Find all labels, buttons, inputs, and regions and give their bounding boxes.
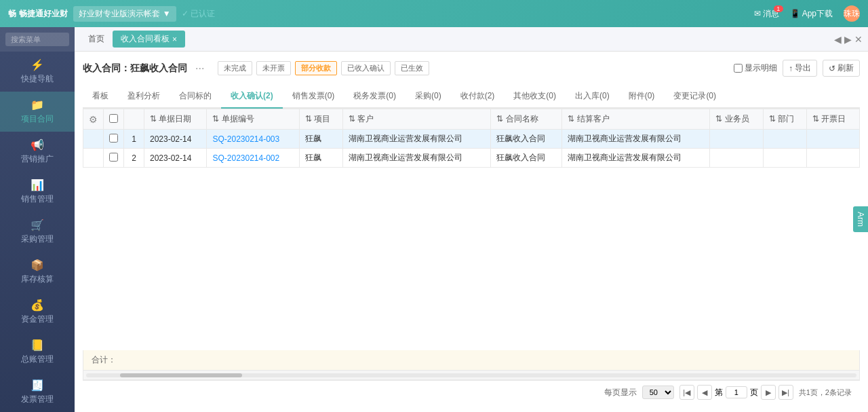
sidebar-item-inventory[interactable]: 📦 库存核算 — [0, 252, 75, 292]
tab-prev-icon[interactable]: ◀ — [834, 34, 842, 45]
tab-next-icon[interactable]: ▶ — [844, 34, 852, 45]
sub-tab-sales-invoice[interactable]: 销售发票(0) — [283, 85, 344, 107]
project-col-header[interactable]: ⇅ 项目 — [299, 109, 342, 130]
settlement-customer-cell: 湖南卫视商业运营发展有限公司 — [562, 149, 710, 168]
status-incomplete[interactable]: 未完成 — [218, 61, 252, 75]
prev-page-button[interactable]: ◀ — [697, 385, 712, 400]
contract-name-col-header[interactable]: ⇅ 合同名称 — [491, 109, 562, 130]
avatar[interactable]: 珠珠 — [844, 5, 860, 22]
sidebar-item-ledger[interactable]: 📒 总账管理 — [0, 332, 75, 372]
department-cell — [763, 149, 806, 168]
sub-tab-warehouse[interactable]: 出入库(0) — [566, 85, 619, 107]
sub-tab-dashboard[interactable]: 看板 — [83, 85, 118, 107]
sub-tab-purchase[interactable]: 采购(0) — [406, 85, 451, 107]
invoice-date-col-header[interactable]: ⇅ 开票日 — [806, 109, 859, 130]
first-page-button[interactable]: |◀ — [679, 385, 694, 400]
sidebar-item-label: 总账管理 — [21, 354, 54, 365]
row-checkbox[interactable] — [109, 134, 118, 143]
record-link[interactable]: SQ-20230214-002 — [212, 153, 279, 163]
date-col-header[interactable]: ⇅ 单据日期 — [144, 109, 207, 130]
number-cell[interactable]: SQ-20230214-003 — [207, 130, 300, 149]
close-icon[interactable]: × — [172, 35, 177, 44]
sub-tab-attachment[interactable]: 附件(0) — [619, 85, 665, 107]
summary-bar: 合计： — [83, 350, 860, 371]
contract-name-cell: 狂飙收入合同 — [491, 149, 562, 168]
date-cell: 2023-02-14 — [144, 130, 207, 149]
select-all-checkbox[interactable] — [109, 114, 118, 123]
sidebar-item-quick-nav[interactable]: ⚡ 快捷导航 — [0, 52, 75, 92]
data-table: ⚙ ⇅ 单据日期 ⇅ 单据编 — [83, 109, 860, 168]
ledger-icon: 📒 — [31, 339, 44, 352]
scroll-track[interactable] — [86, 373, 856, 377]
sidebar-item-invoice[interactable]: 🧾 发票管理 — [0, 372, 75, 412]
number-cell[interactable]: SQ-20230214-002 — [207, 149, 300, 168]
per-page-label: 每页显示 — [604, 387, 637, 398]
page-label: 第 — [715, 387, 723, 398]
status-partial[interactable]: 部分收款 — [295, 61, 337, 75]
scroll-thumb[interactable] — [120, 373, 242, 377]
page-number-input[interactable] — [726, 386, 747, 398]
scroll-area[interactable] — [83, 371, 860, 380]
sort-icon: ⇅ — [150, 114, 157, 124]
search-input[interactable] — [5, 33, 69, 46]
status-confirmed[interactable]: 已收入确认 — [341, 61, 391, 75]
sidebar-item-label: 项目合同 — [21, 113, 54, 125]
sidebar: ⚡ 快捷导航 📁 项目合同 📢 营销推广 📊 销售管理 🛒 采购管理 📦 库存核… — [0, 27, 75, 412]
sidebar-item-funds[interactable]: 💰 资金管理 — [0, 292, 75, 332]
sub-tab-payment[interactable]: 收付款(2) — [451, 85, 505, 107]
sidebar-item-label: 库存核算 — [21, 274, 54, 285]
sidebar-item-purchase[interactable]: 🛒 采购管理 — [0, 212, 75, 252]
sort-icon: ⇅ — [212, 114, 219, 124]
sort-icon: ⇅ — [715, 114, 722, 124]
tab-contract-board[interactable]: 收入合同看板 × — [113, 31, 185, 48]
more-options-button[interactable]: ··· — [195, 62, 204, 75]
table-row[interactable]: 1 2023-02-14 SQ-20230214-003 狂飙 湖南卫视商业运营… — [83, 130, 860, 149]
sort-icon: ⇅ — [349, 114, 355, 124]
customer-cell: 湖南卫视商业运营发展有限公司 — [343, 149, 491, 168]
record-link[interactable]: SQ-20230214-003 — [212, 134, 279, 144]
status-no-invoice[interactable]: 未开票 — [256, 61, 291, 75]
refresh-button[interactable]: ↺ 刷新 — [823, 60, 860, 77]
salesperson-cell — [710, 149, 763, 168]
sub-tab-changes[interactable]: 变更记录(0) — [664, 85, 726, 107]
sidebar-item-project-contract[interactable]: 📁 项目合同 — [0, 92, 75, 132]
table-container: ⚙ ⇅ 单据日期 ⇅ 单据编 — [83, 109, 860, 350]
table-row[interactable]: 2 2023-02-14 SQ-20230214-002 狂飙 湖南卫视商业运营… — [83, 149, 860, 168]
per-page-select[interactable]: 50 — [642, 386, 674, 399]
sub-tab-income-confirm[interactable]: 收入确认(2) — [221, 85, 283, 109]
row-checkbox-cell[interactable] — [104, 149, 124, 168]
sidebar-item-marketing[interactable]: 📢 营销推广 — [0, 132, 75, 172]
tab-close-all-icon[interactable]: ✕ — [854, 34, 863, 45]
department-col-header[interactable]: ⇅ 部门 — [763, 109, 806, 130]
purchase-icon: 🛒 — [31, 219, 44, 231]
company-selector[interactable]: 好业财专业版演示帐套 ▼ — [73, 6, 176, 22]
last-page-button[interactable]: ▶| — [778, 385, 793, 400]
arm-float-button[interactable]: Arm — [853, 206, 868, 232]
show-detail-input[interactable] — [734, 64, 743, 73]
app-download-button[interactable]: 📱 App下载 — [790, 8, 833, 20]
header-left: 畅 畅捷通好业财 好业财专业版演示帐套 ▼ ✓ 已认证 — [8, 6, 215, 22]
sub-tab-subject[interactable]: 合同标的 — [170, 85, 221, 107]
sort-icon: ⇅ — [305, 114, 312, 124]
customer-col-header[interactable]: ⇅ 客户 — [343, 109, 491, 130]
row-checkbox[interactable] — [109, 153, 118, 162]
sub-tab-tax-invoice[interactable]: 税务发票(0) — [344, 85, 406, 107]
funds-icon: 💰 — [31, 299, 44, 312]
sidebar-item-label: 采购管理 — [21, 233, 54, 245]
next-page-button[interactable]: ▶ — [761, 385, 776, 400]
status-effective[interactable]: 已生效 — [395, 61, 429, 75]
show-detail-checkbox[interactable]: 显示明细 — [734, 62, 777, 74]
message-button[interactable]: ✉ 消息 1 — [754, 8, 779, 20]
tab-home[interactable]: 首页 — [80, 27, 113, 51]
gear-icon[interactable]: ⚙ — [89, 114, 98, 125]
number-col-header[interactable]: ⇅ 单据编号 — [207, 109, 300, 130]
top-header: 畅 畅捷通好业财 好业财专业版演示帐套 ▼ ✓ 已认证 ✉ 消息 1 📱 App… — [0, 0, 868, 27]
sidebar-item-sales[interactable]: 📊 销售管理 — [0, 172, 75, 212]
sub-tab-profit[interactable]: 盈利分析 — [118, 85, 170, 107]
row-checkbox-cell[interactable] — [104, 130, 124, 149]
logo-icon: 畅 — [8, 9, 16, 18]
salesperson-col-header[interactable]: ⇅ 业务员 — [710, 109, 763, 130]
sub-tab-other[interactable]: 其他收支(0) — [504, 85, 566, 107]
settlement-customer-col-header[interactable]: ⇅ 结算客户 — [562, 109, 710, 130]
export-button[interactable]: ↑ 导出 — [783, 60, 817, 77]
